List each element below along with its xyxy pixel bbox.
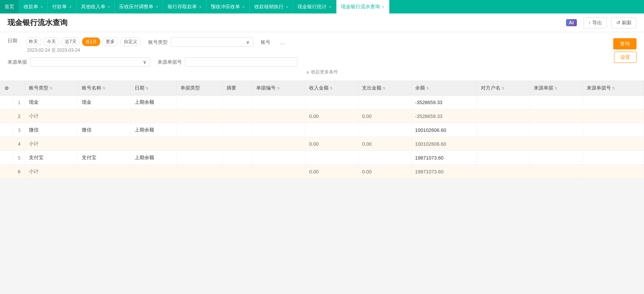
export-label: 导出 xyxy=(592,19,602,26)
nav-tab-收款单[interactable]: 收款单× xyxy=(19,0,48,13)
nav-tab-close[interactable]: × xyxy=(242,4,245,9)
nav-tab-close[interactable]: × xyxy=(41,4,43,9)
td-source-doc xyxy=(530,123,582,137)
td-account-name xyxy=(78,165,131,179)
td-counterparty xyxy=(477,109,530,123)
th-date[interactable]: 日期⇅ xyxy=(131,81,177,96)
th-account-name[interactable]: 账号名称⇅ xyxy=(78,81,131,96)
settings-button[interactable]: 设置 xyxy=(614,52,636,63)
nav-tab-其他收入单[interactable]: 其他收入单× xyxy=(77,0,115,13)
query-button[interactable]: 查询 xyxy=(613,38,636,49)
td-rownum: 1 xyxy=(14,96,25,109)
td-date xyxy=(131,165,177,179)
export-icon: ↑ xyxy=(588,20,591,25)
nav-tab-收款核销执行[interactable]: 收款核销执行× xyxy=(250,0,293,13)
nav-tab-应收应付调整单[interactable]: 应收应付调整单× xyxy=(115,0,163,13)
td-doc-no xyxy=(252,109,305,123)
th-counterparty[interactable]: 对方户名⇅ xyxy=(477,81,530,96)
td-balance: -3528659.33 xyxy=(411,109,477,123)
td-doc-no xyxy=(252,165,305,179)
td-summary xyxy=(223,109,252,123)
td-account-name: 现金 xyxy=(78,96,131,109)
td-source-doc-no xyxy=(582,165,644,179)
nav-tab-close[interactable]: × xyxy=(108,4,110,9)
th-source-doc[interactable]: 来源单据⇅ xyxy=(530,81,582,96)
td-gear xyxy=(0,96,14,109)
refresh-button[interactable]: ↺ 刷新 xyxy=(611,17,636,28)
account-dots[interactable]: ... xyxy=(279,37,287,47)
td-income: 0.00 xyxy=(305,137,358,151)
collapse-bar[interactable]: ∧ 收起更多条件 xyxy=(8,67,636,77)
td-counterparty xyxy=(477,151,530,165)
nav-tab-预收冲应收单[interactable]: 预收冲应收单× xyxy=(206,0,249,13)
td-expense: 0.00 xyxy=(358,165,411,179)
account-label: 账号 xyxy=(261,39,276,46)
td-expense xyxy=(358,96,411,109)
td-account-type: 现金 xyxy=(25,96,78,109)
td-source-doc-no xyxy=(582,123,644,137)
td-source-doc-no xyxy=(582,109,644,123)
source-doc-no-input[interactable] xyxy=(185,57,297,67)
nav-tab-close[interactable]: × xyxy=(69,4,71,9)
refresh-label: 刷新 xyxy=(622,19,632,26)
th-rownum xyxy=(14,81,25,96)
date-yesterday[interactable]: 昨天 xyxy=(26,37,41,46)
td-expense xyxy=(358,123,411,137)
td-counterparty xyxy=(477,137,530,151)
th-gear[interactable]: ⚙ xyxy=(0,81,14,96)
td-balance: 100102606.60 xyxy=(411,123,477,137)
td-doc-no xyxy=(252,123,305,137)
data-table: ⚙ 账号类型⇅ 账号名称⇅ 日期⇅ 单据类型 摘要 单据编号⇅ 收入金额⇅ 支出… xyxy=(0,81,644,179)
td-summary xyxy=(223,165,252,179)
nav-home[interactable]: 首页 xyxy=(0,0,19,13)
nav-tab-label: 现金银行统计 xyxy=(297,3,327,10)
date-1month[interactable]: 近1月 xyxy=(82,37,101,46)
td-income xyxy=(305,123,358,137)
td-doc-type xyxy=(177,109,223,123)
th-account-type[interactable]: 账号类型⇅ xyxy=(25,81,78,96)
td-rownum: 6 xyxy=(14,165,25,179)
page-title: 现金银行流水查询 xyxy=(8,18,68,28)
td-counterparty xyxy=(477,123,530,137)
nav-tab-现金银行流水查询[interactable]: 现金银行流水查询× xyxy=(336,0,389,13)
account-type-select[interactable]: ∨ xyxy=(171,37,253,47)
nav-tab-银行存取款单[interactable]: 银行存取款单× xyxy=(163,0,206,13)
nav-tab-close[interactable]: × xyxy=(199,4,201,9)
date-custom[interactable]: 自定义 xyxy=(120,37,141,46)
collapse-label: 收起更多条件 xyxy=(311,69,338,75)
export-button[interactable]: ↑ 导出 xyxy=(584,17,607,28)
td-date: 上期余额 xyxy=(131,151,177,165)
th-summary: 摘要 xyxy=(223,81,252,96)
nav-tab-close[interactable]: × xyxy=(156,4,158,9)
source-doc-label: 来源单据 xyxy=(8,59,27,66)
th-income[interactable]: 收入金额⇅ xyxy=(305,81,358,96)
table-row: 1现金现金上期余额-3528659.33 xyxy=(0,96,644,109)
td-rownum: 2 xyxy=(14,109,25,123)
nav-tab-label: 现金银行流水查询 xyxy=(341,3,380,10)
th-doc-no[interactable]: 单据编号⇅ xyxy=(252,81,305,96)
nav-tab-close[interactable]: × xyxy=(382,4,384,9)
data-table-container: ⚙ 账号类型⇅ 账号名称⇅ 日期⇅ 单据类型 摘要 单据编号⇅ 收入金额⇅ 支出… xyxy=(0,81,644,179)
nav-tab-现金银行统计[interactable]: 现金银行统计× xyxy=(293,0,336,13)
date-range: 2023-02-24 至 2023-03-24 xyxy=(27,47,141,54)
th-source-doc-no[interactable]: 来源单据号⇅ xyxy=(582,81,644,96)
th-doc-type: 单据类型 xyxy=(177,81,223,96)
td-expense: 0.00 xyxy=(358,137,411,151)
td-summary xyxy=(223,96,252,109)
source-doc-select[interactable]: ∨ xyxy=(30,57,150,67)
nav-tab-付款单[interactable]: 付款单× xyxy=(48,0,76,13)
nav-tab-close[interactable]: × xyxy=(286,4,288,9)
nav-tab-close[interactable]: × xyxy=(329,4,331,9)
td-date xyxy=(131,137,177,151)
th-balance[interactable]: 余额⇅ xyxy=(411,81,477,96)
th-expense[interactable]: 支出金额⇅ xyxy=(358,81,411,96)
date-7days[interactable]: 近7天 xyxy=(62,37,80,46)
date-more[interactable]: 更多 xyxy=(102,37,118,46)
nav-tab-label: 预收冲应收单 xyxy=(211,3,240,10)
td-balance: -3528659.33 xyxy=(411,96,477,109)
date-today[interactable]: 今天 xyxy=(44,37,59,46)
nav-tab-label: 收款单 xyxy=(24,3,38,10)
source-doc-no-label: 来源单据号 xyxy=(158,59,182,66)
td-source-doc xyxy=(530,96,582,109)
td-doc-type xyxy=(177,151,223,165)
